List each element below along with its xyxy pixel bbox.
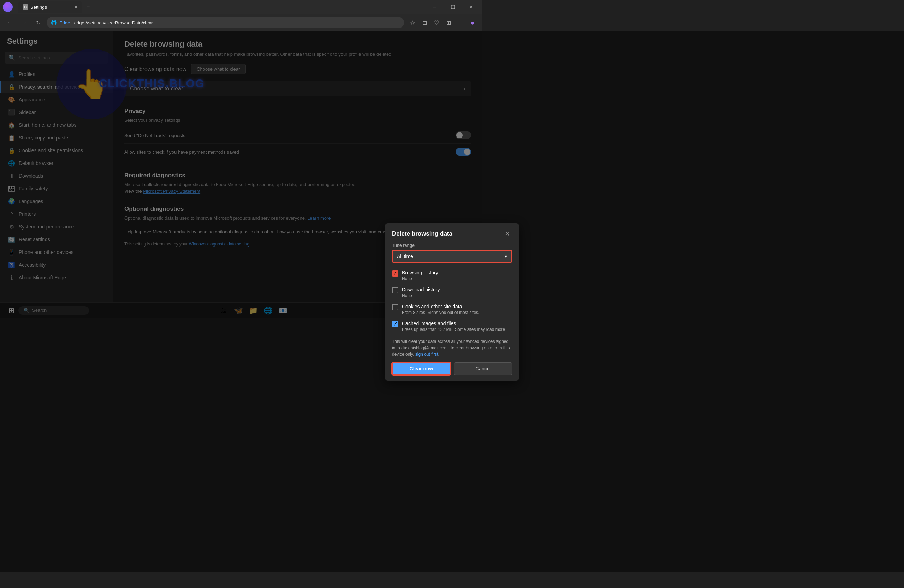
minimize-button[interactable]: ─	[427, 2, 443, 13]
checkbox-browsing[interactable]: ✓	[392, 270, 398, 277]
address-container[interactable]: 🌐 Edge | edge://settings/clearBrowserDat…	[47, 17, 404, 28]
extensions-icon[interactable]: ⊞	[443, 17, 454, 28]
more-icon[interactable]: ...	[455, 17, 466, 28]
favorites-icon[interactable]: ☆	[407, 17, 418, 28]
modal-body: Time range All time ▾ ✓ Browsing history…	[385, 243, 482, 318]
url-text: edge://settings/clearBrowserData/clear	[74, 20, 153, 25]
checkbox-row-cached: ✓ Cached images and files Frees up less …	[392, 318, 482, 318]
collections-icon[interactable]: ♡	[431, 17, 442, 28]
modal-title: Delete browsing data	[392, 230, 452, 237]
checkbox-cookies[interactable]	[392, 304, 398, 310]
toolbar-icons: ☆ ⊡ ♡ ⊞ ... ●	[407, 17, 478, 28]
back-button[interactable]: ←	[4, 17, 16, 28]
modal-overlay: Delete browsing data ✕ Time range All ti…	[0, 31, 482, 318]
checkbox-list: ✓ Browsing history None Download history…	[392, 267, 482, 318]
delete-browsing-data-modal: Delete browsing data ✕ Time range All ti…	[385, 223, 482, 318]
address-bar: ← → ↻ 🌐 Edge | edge://settings/clearBrow…	[0, 14, 482, 31]
checkbox-label-download: Download history None	[402, 287, 439, 298]
checkbox-label-browsing: Browsing history None	[402, 270, 438, 281]
new-tab-button[interactable]: +	[83, 3, 93, 11]
refresh-button[interactable]: ↻	[33, 17, 44, 28]
modal-header: Delete browsing data ✕	[385, 223, 482, 243]
close-button[interactable]: ✕	[463, 2, 480, 13]
checkbox-label-cookies: Cookies and other site data From 8 sites…	[402, 304, 479, 315]
tab-close-btn[interactable]: ✕	[74, 5, 78, 9]
tab-bar: ⚙ Settings ✕ +	[18, 2, 93, 13]
title-bar: ⚙ Settings ✕ + ─ ❐ ✕	[0, 0, 482, 14]
settings-tab-icon: ⚙	[23, 4, 28, 10]
checkbox-row-cookies: Cookies and other site data From 8 sites…	[392, 301, 482, 318]
forward-button[interactable]: →	[18, 17, 30, 28]
settings-tab-label: Settings	[30, 5, 47, 10]
settings-tab[interactable]: ⚙ Settings ✕	[18, 2, 82, 13]
address-input[interactable]: Edge | edge://settings/clearBrowserData/…	[47, 17, 404, 28]
window-controls: ─ ❐ ✕	[427, 2, 480, 13]
checkbox-download[interactable]	[392, 287, 398, 294]
checkbox-row-browsing: ✓ Browsing history None	[392, 267, 482, 284]
title-bar-left: ⚙ Settings ✕ +	[3, 2, 93, 13]
time-range-select[interactable]: All time ▾	[392, 250, 482, 263]
split-icon[interactable]: ⊡	[419, 17, 430, 28]
edge-icon: 🌐	[51, 20, 57, 25]
profile-toolbar-icon[interactable]: ●	[467, 17, 478, 28]
checkbox-row-download: Download history None	[392, 284, 482, 301]
time-range-value: All time	[397, 254, 413, 259]
restore-button[interactable]: ❐	[445, 2, 461, 13]
profile-avatar[interactable]	[3, 2, 13, 12]
time-range-label: Time range	[392, 243, 482, 248]
edge-brand: Edge	[59, 20, 70, 25]
